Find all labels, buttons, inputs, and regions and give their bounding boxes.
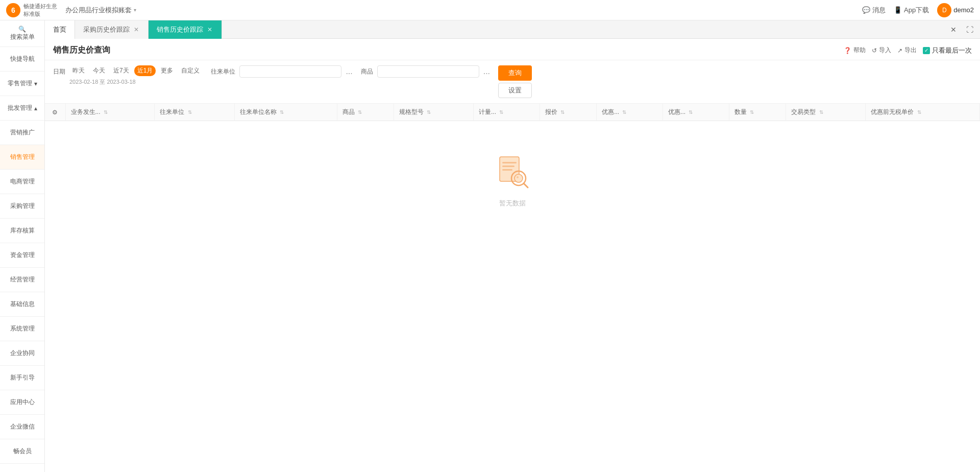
column-pre-tax-price[interactable]: 优惠前无税单价 ⇅: [866, 104, 980, 121]
last-only-checkbox[interactable]: ✓: [923, 47, 930, 54]
table-header-row: ⚙ 业务发生... ⇅ 往来单位 ⇅ 往来单位名称 ⇅: [45, 104, 980, 121]
svg-rect-1: [502, 162, 517, 163]
svg-line-6: [524, 183, 528, 187]
svg-rect-2: [502, 166, 514, 167]
date-filter-group: 日期 昨天 今天 近7天 近1月 更多 自定义 2023-02-18 至 202…: [53, 65, 203, 86]
header-right: 💬 消息 📱 App下载 D demo2: [862, 3, 974, 17]
column-partner-code[interactable]: 往来单位 ⇅: [155, 104, 234, 121]
tab-purchase-history[interactable]: 采购历史价跟踪 ✕: [75, 20, 149, 39]
product-input[interactable]: [377, 65, 479, 78]
query-button[interactable]: 查询: [498, 65, 532, 81]
avatar: D: [937, 3, 951, 17]
date-filter: 昨天 今天 近7天 近1月 更多 自定义 2023-02-18 至 2023-0…: [69, 65, 203, 86]
tab-bar-actions: ✕ ⛶: [947, 23, 980, 36]
export-icon: ↗: [897, 47, 902, 54]
column-biz-date[interactable]: 业务发生... ⇅: [65, 104, 155, 121]
message-button[interactable]: 💬 消息: [862, 6, 886, 15]
column-price[interactable]: 报价 ⇅: [540, 104, 596, 121]
column-spec[interactable]: 规格型号 ⇅: [394, 104, 473, 121]
date-option-last7days[interactable]: 近7天: [110, 65, 132, 76]
partner-label: 往来单位: [211, 65, 235, 76]
sidebar-item-inventory[interactable]: 库存核算: [0, 219, 44, 243]
column-unit[interactable]: 计量... ⇅: [474, 104, 540, 121]
table-container: ⚙ 业务发生... ⇅ 往来单位 ⇅ 往来单位名称 ⇅: [45, 104, 980, 472]
date-options: 昨天 今天 近7天 近1月 更多 自定义: [69, 65, 203, 76]
empty-state: 暂无数据: [45, 121, 980, 239]
message-icon: 💬: [862, 6, 870, 14]
date-option-last1month[interactable]: 近1月: [134, 65, 156, 76]
partner-dots-button[interactable]: ...: [346, 67, 352, 76]
sidebar-item-system-mgmt[interactable]: 系统管理: [0, 317, 44, 341]
sort-icon: ⇅: [689, 109, 693, 115]
tab-maximize-button[interactable]: ⛶: [964, 23, 976, 36]
svg-point-5: [514, 174, 523, 182]
tab-close-all-button[interactable]: ✕: [947, 23, 960, 36]
app-selector-label: 办公用品行业模拟账套: [65, 6, 132, 15]
column-settings[interactable]: ⚙: [45, 104, 65, 121]
sidebar-item-basic-info[interactable]: 基础信息: [0, 292, 44, 317]
sidebar-item-app-center[interactable]: 应用中心: [0, 390, 44, 415]
help-icon: ❓: [844, 47, 851, 54]
sidebar-item-sales-mgmt[interactable]: 销售管理: [0, 145, 44, 170]
sidebar-item-quick-nav[interactable]: 快捷导航: [0, 47, 44, 72]
column-discount2[interactable]: 优惠... ⇅: [663, 104, 729, 121]
sidebar-item-enterprise-wechat[interactable]: 企业微信: [0, 415, 44, 439]
help-button[interactable]: ❓ 帮助: [844, 46, 866, 55]
page-header-actions: ❓ 帮助 ↺ 导入 ↗ 导出 ✓ 只看最后一次: [844, 46, 972, 55]
chevron-icon: ▴: [34, 105, 37, 112]
page-title: 销售历史价查询: [53, 45, 110, 56]
date-option-more[interactable]: 更多: [158, 65, 176, 76]
column-discount1[interactable]: 优惠... ⇅: [597, 104, 663, 121]
tab-sales-history[interactable]: 销售历史价跟踪 ✕: [149, 20, 222, 39]
sidebar-item-member[interactable]: 畅会员: [0, 439, 44, 464]
svg-rect-3: [502, 169, 512, 171]
empty-icon: [492, 152, 533, 193]
column-product[interactable]: 商品 ⇅: [337, 104, 394, 121]
sidebar-item-retail-mgmt[interactable]: 零售管理 ▾: [0, 72, 44, 96]
tab-bar: 首页 采购历史价跟踪 ✕ 销售历史价跟踪 ✕ ✕ ⛶: [45, 20, 980, 39]
tab-home[interactable]: 首页: [45, 20, 75, 39]
export-button[interactable]: ↗ 导出: [897, 46, 917, 55]
sidebar-item-marketing[interactable]: 营销推广: [0, 121, 44, 145]
sidebar-item-ecom-mgmt[interactable]: 电商管理: [0, 170, 44, 194]
header-left: 6 畅捷通好生意 标准版 办公用品行业模拟账套 ▾: [6, 3, 140, 17]
date-option-custom[interactable]: 自定义: [178, 65, 203, 76]
page-header: 销售历史价查询 ❓ 帮助 ↺ 导入 ↗ 导出 ✓: [45, 39, 980, 60]
sidebar-item-biz-mgmt[interactable]: 经营管理: [0, 268, 44, 292]
sidebar-item-new-guide[interactable]: 新手引导: [0, 366, 44, 390]
sort-icon: ⇅: [750, 109, 754, 115]
sort-icon: ⇅: [280, 109, 284, 115]
partner-filter-group: 往来单位 ...: [211, 65, 352, 78]
sidebar-item-search-menu[interactable]: 🔍 搜索菜单: [0, 20, 44, 47]
empty-text: 暂无数据: [499, 199, 526, 208]
product-input-group: ...: [377, 65, 490, 78]
date-option-yesterday[interactable]: 昨天: [69, 65, 88, 76]
action-buttons: 查询 设置: [498, 65, 532, 98]
column-partner-name[interactable]: 往来单位名称 ⇅: [234, 104, 337, 121]
last-only-area[interactable]: ✓ 只看最后一次: [923, 46, 972, 55]
sidebar-item-wholesale-mgmt[interactable]: 批发管理 ▴: [0, 96, 44, 121]
sidebar-item-finance-mgmt[interactable]: 资金管理: [0, 243, 44, 268]
sidebar-item-enterprise-collab[interactable]: 企业协同: [0, 341, 44, 366]
settings-button[interactable]: 设置: [498, 83, 532, 98]
sidebar-label: 🔍: [18, 26, 26, 33]
user-area[interactable]: D demo2: [937, 3, 974, 17]
sort-icon: ⇅: [819, 109, 823, 115]
gear-icon[interactable]: ⚙: [52, 109, 58, 116]
column-quantity[interactable]: 数量 ⇅: [729, 104, 786, 121]
data-table: ⚙ 业务发生... ⇅ 往来单位 ⇅ 往来单位名称 ⇅: [45, 104, 980, 121]
date-option-today[interactable]: 今天: [90, 65, 108, 76]
partner-input[interactable]: [239, 65, 341, 78]
column-trade-type[interactable]: 交易类型 ⇅: [786, 104, 866, 121]
tab-close-purchase[interactable]: ✕: [133, 26, 140, 33]
partner-input-group: ...: [239, 65, 352, 78]
product-dots-button[interactable]: ...: [483, 67, 490, 76]
app-selector[interactable]: 办公用品行业模拟账套 ▾: [61, 4, 140, 17]
app-download-button[interactable]: 📱 App下载: [894, 6, 929, 15]
sidebar-item-purchase-mgmt[interactable]: 采购管理: [0, 194, 44, 219]
logo-area: 6 畅捷通好生意 标准版: [6, 3, 57, 17]
sort-icon: ⇅: [560, 109, 565, 115]
tab-close-sales[interactable]: ✕: [206, 26, 213, 33]
import-button[interactable]: ↺ 导入: [872, 46, 891, 55]
product-label: 商品: [361, 65, 373, 76]
